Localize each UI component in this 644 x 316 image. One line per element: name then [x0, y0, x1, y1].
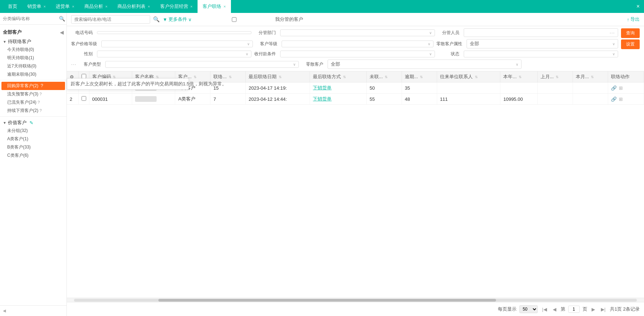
sidebar-all-customers-header[interactable]: 全部客户 ◀	[0, 28, 66, 37]
chevron-down-icon: ∨	[188, 17, 192, 22]
sidebar-search-icon: 🔍	[59, 16, 65, 22]
close-all-tabs[interactable]: ×	[636, 3, 640, 10]
sidebar-collapse-btn[interactable]: ◀	[3, 308, 6, 313]
edit-value-customers-icon[interactable]: ✎	[29, 120, 33, 126]
prev-page-button[interactable]: ◀	[551, 306, 558, 313]
sidebar-item-abnormal-repurchase[interactable]: 回购异常客户(2) ?	[1, 82, 65, 90]
sort-unit-contact-icon[interactable]: ⇅	[475, 75, 478, 79]
nav-close-customer-contact[interactable]: ×	[223, 4, 226, 9]
nav-product-analysis[interactable]: 商品分析 ×	[79, 0, 112, 13]
col-this-month: 本月... ⇅	[573, 71, 608, 82]
col-last-date: 最后联络日期 ⇅	[246, 71, 310, 82]
horizontal-scrollbar[interactable]	[67, 298, 644, 302]
nav-close-sales-order[interactable]: ×	[43, 4, 46, 9]
col-action: 联络动作	[608, 71, 644, 82]
row1-this-month	[573, 82, 608, 94]
retail-customer-field[interactable]: 全部 ∨	[328, 60, 522, 69]
nav-customer-segmentation[interactable]: 客户分层经营 ×	[155, 0, 198, 13]
nav-sales-order[interactable]: 销货单 ×	[22, 0, 51, 13]
sort-grade-icon[interactable]: ⇅	[194, 75, 196, 79]
nav-close-customer-segmentation[interactable]: ×	[190, 4, 193, 9]
nav-close-product-analysis[interactable]: ×	[105, 4, 107, 9]
sidebar: 🔍 全部客户 ◀ ▼ 待联络客户 今天待联络(0) 明天待联络(1) 近7天待联…	[0, 13, 67, 316]
row1-action-icon2[interactable]: ⊞	[619, 85, 623, 91]
search-button[interactable]: 🔍	[153, 16, 160, 23]
nav-close-purchase-order[interactable]: ×	[72, 4, 74, 9]
last-page-button[interactable]: ▶|	[599, 306, 607, 313]
my-customers-filter[interactable]: 我分管的客户	[195, 16, 303, 23]
row2-action-icon2[interactable]: ⊞	[619, 96, 623, 102]
settings-button[interactable]: 设置	[621, 39, 640, 49]
row1-last-method[interactable]: 下销货单	[310, 82, 367, 94]
sidebar-search-input[interactable]	[3, 16, 57, 21]
query-button[interactable]: 查询	[621, 28, 640, 38]
page-number-input[interactable]	[568, 306, 580, 313]
nav-purchase-order[interactable]: 进货单 ×	[51, 0, 79, 13]
price-grade-field[interactable]: ∨	[101, 41, 253, 47]
row2-last-method[interactable]: 下销货单	[310, 94, 367, 105]
filter-row-4: ··· 客户类型 ∨ 零散客户 全部 ∨	[71, 60, 618, 69]
person-label: 分管人员	[438, 30, 459, 36]
phone-label: 电话号码	[71, 30, 93, 36]
sidebar-item-class-c[interactable]: C类客户(6)	[0, 151, 66, 160]
sidebar-bottom: ◀	[0, 305, 66, 316]
sidebar-item-class-a[interactable]: A类客户(1)	[0, 135, 66, 143]
sidebar-item-class-b[interactable]: B类客户(33)	[0, 143, 66, 151]
first-page-button[interactable]: |◀	[541, 306, 548, 313]
customer-type-field[interactable]: ∨	[105, 61, 299, 68]
person-dots[interactable]: ···	[610, 30, 615, 36]
per-page-select[interactable]: 50 100 200	[519, 305, 538, 313]
gender-label: 性别	[71, 51, 93, 57]
my-customers-checkbox[interactable]	[195, 17, 274, 22]
more-conditions-button[interactable]: ▼ 更多条件 ∨	[163, 16, 192, 23]
payment-field[interactable]: ∨	[280, 51, 435, 57]
sidebar-item-overdue[interactable]: 逾期未联络(30)	[0, 70, 66, 79]
sort-this-month-icon[interactable]: ⇅	[591, 75, 594, 79]
dept-field[interactable]: ∨	[280, 29, 435, 36]
nav-product-analysis-list[interactable]: 商品分析列表 ×	[112, 0, 155, 13]
advanced-filters: 电话号码 分管部门 ∨ 分管人员 ···	[67, 26, 644, 71]
filter-bar: 🔍 ▼ 更多条件 ∨ 我分管的客户 ↑ 导出	[67, 13, 644, 26]
total-records-label: 共1页 2条记录	[610, 306, 640, 312]
sidebar-item-ungroups[interactable]: 未分组(32)	[0, 127, 66, 135]
row2-action-icon1[interactable]: 🔗	[611, 96, 617, 102]
search-input[interactable]	[71, 15, 150, 24]
status-field[interactable]: ∨	[464, 51, 618, 57]
table-scroll-area[interactable]: ⚙ 客户编码 ⇅ 客户名称 ⇅	[67, 71, 644, 298]
sort-contact-icon[interactable]: ⇅	[229, 75, 232, 79]
sort-last-method-icon[interactable]: ⇅	[343, 75, 346, 79]
sort-uncontacted-icon[interactable]: ⇅	[385, 75, 388, 79]
filter-row-3: 性别 ∨ 收付款条件 ∨ 状态 ∨	[71, 51, 618, 57]
sidebar-item-churn-warning[interactable]: 流失预警客户(3) ?	[0, 90, 66, 98]
sidebar-item-tomorrow[interactable]: 明天待联络(1)	[0, 54, 66, 62]
sort-last-date-icon[interactable]: ⇅	[279, 75, 282, 79]
sidebar-section-value-customers[interactable]: ▼ 价值客户 ✎	[0, 118, 66, 127]
sort-last-month-icon[interactable]: ⇅	[556, 75, 559, 79]
sort-overdue-icon[interactable]: ⇅	[420, 75, 423, 79]
customer-grade-chevron: ∨	[428, 42, 430, 46]
sidebar-content: 全部客户 ◀ ▼ 待联络客户 今天待联络(0) 明天待联络(1) 近7天待联络(…	[0, 25, 66, 305]
nav-close-product-analysis-list[interactable]: ×	[148, 4, 150, 9]
phone-field[interactable]	[97, 31, 251, 34]
sidebar-item-churned[interactable]: 已流失客户(24) ?	[0, 98, 66, 107]
next-page-button[interactable]: ▶	[590, 306, 597, 313]
sidebar-item-today[interactable]: 今天待联络(0)	[0, 46, 66, 54]
sort-this-year-icon[interactable]: ⇅	[519, 75, 522, 79]
gender-field[interactable]: ∨	[97, 51, 251, 57]
sidebar-section-pending-contact[interactable]: ▼ 待联络客户	[0, 37, 66, 46]
row2-overdue: 48	[402, 94, 437, 105]
main-layout: 🔍 全部客户 ◀ ▼ 待联络客户 今天待联络(0) 明天待联络(1) 近7天待联…	[0, 13, 644, 316]
nav-home[interactable]: 首页	[3, 0, 22, 13]
sidebar-item-declining[interactable]: 持续下滑客户(2) ?	[0, 107, 66, 115]
row2-index: 2	[67, 94, 78, 105]
customer-grade-field[interactable]: ∨	[282, 41, 433, 47]
row2-checkbox[interactable]	[78, 94, 89, 105]
col-contact: 联络... ⇅	[210, 71, 246, 82]
export-button[interactable]: ↑ 导出	[627, 16, 640, 23]
row1-action-icon1[interactable]: 🔗	[611, 85, 617, 91]
nav-customer-contact[interactable]: 客户联络 ×	[198, 0, 231, 13]
retail-attr-field[interactable]: 全部 ∨	[467, 39, 618, 48]
sidebar-item-7days[interactable]: 近7天待联络(0)	[0, 62, 66, 70]
filter-expand-dots[interactable]: ···	[71, 61, 77, 67]
person-field[interactable]: ···	[464, 28, 618, 37]
